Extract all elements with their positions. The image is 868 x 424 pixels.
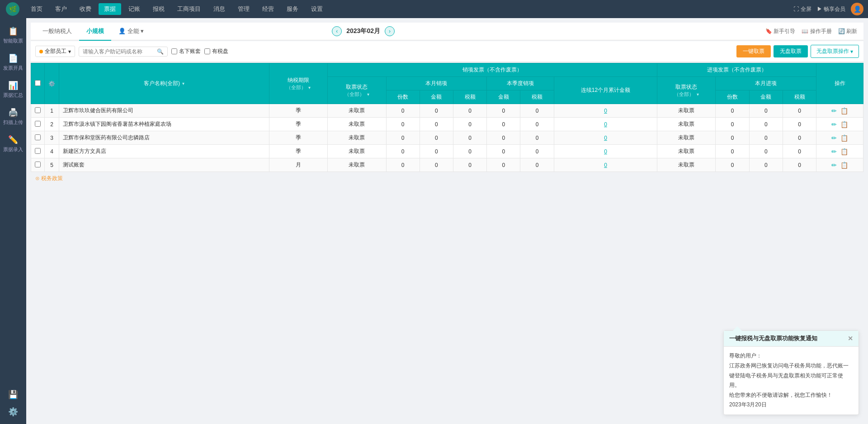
tax-policy-link[interactable]: ⊙ 税务政策 [35, 175, 63, 181]
one-click-ticket-btn[interactable]: 一键取票 [736, 45, 771, 57]
view-icon[interactable]: 📋 [840, 162, 848, 169]
notif-close-btn[interactable]: ✕ [848, 335, 853, 342]
next-month-btn[interactable]: › [385, 26, 395, 36]
nav-settings[interactable]: 设置 [306, 3, 328, 15]
row-checkbox-cell[interactable] [31, 158, 45, 172]
row-checkbox-cell[interactable] [31, 104, 45, 118]
nav-service[interactable]: 服务 [281, 3, 304, 15]
row-checkbox[interactable] [35, 121, 41, 127]
notif-deco [733, 326, 742, 331]
sidebar-label-issue-invoice: 发票开具 [3, 65, 23, 71]
tab-small-scale[interactable]: 小规模 [79, 23, 111, 41]
th-input-group: 进项发票（不含作废票） [657, 63, 816, 77]
notif-body: 尊敬的用户： 江苏政务网已恢复访问电子税务局功能，恶代账一键登陆电子税务局与无盘… [724, 347, 859, 414]
guide-link[interactable]: 🔖 新手引导 [765, 28, 795, 35]
svg-text:🌿: 🌿 [9, 5, 17, 13]
row-checkbox[interactable] [35, 148, 41, 154]
diskless-ops-btn[interactable]: 无盘取票操作 ▾ [811, 45, 859, 58]
row-actions: ✏ 📋 [816, 131, 863, 145]
row-num: 2 [45, 118, 59, 131]
diskless-ticket-btn[interactable]: 无盘取票 [774, 45, 808, 57]
row-cum12-amount: 0 [554, 158, 657, 172]
view-icon[interactable]: 📋 [840, 148, 848, 155]
month-display: 2023年02月 [346, 27, 380, 35]
table-row: 2 卫辉市汲水镇下园阁省香薯苗木种植家庭农场 季 未取票 0 0 0 0 0 0… [31, 118, 863, 131]
row-quarterly-sales-amount: 0 [487, 145, 520, 158]
sidebar-label-summary: 票据汇总 [3, 92, 23, 99]
nav-bookkeeping[interactable]: 记账 [123, 3, 146, 15]
sidebar-bottom-icon2[interactable]: ⚙️ [5, 404, 21, 419]
edit-icon[interactable]: ✏ [831, 107, 837, 114]
row-checkbox[interactable] [35, 107, 41, 113]
sidebar-item-smart-ticket[interactable]: 📋 智能取票 [1, 23, 25, 48]
row-checkbox[interactable] [35, 162, 41, 167]
row-checkbox-cell[interactable] [31, 145, 45, 158]
sidebar-bottom: 💾 ⚙️ [5, 387, 21, 419]
nav-tax[interactable]: 报税 [147, 3, 170, 15]
row-checkbox-cell[interactable] [31, 131, 45, 145]
sidebar-item-data-entry[interactable]: ✏️ 票据录入 [1, 131, 25, 157]
row-checkbox[interactable] [35, 134, 41, 140]
footer[interactable]: ⊙ 税务政策 [31, 172, 863, 185]
row-actions: ✏ 📋 [816, 118, 863, 131]
checkbox-label-taxdisk[interactable]: 有税盘 [204, 48, 228, 55]
search-icon[interactable]: 🔍 [157, 48, 164, 55]
sidebar-bottom-icon1[interactable]: 💾 [5, 387, 21, 402]
row-cum12-amount: 0 [554, 118, 657, 131]
table-row: 1 卫辉市玖玖健合医药有限公司 季 未取票 0 0 0 0 0 0 未取票 0 … [31, 104, 863, 118]
manual-link[interactable]: 📖 操作手册 [802, 28, 831, 35]
nav-ticket[interactable]: 票据 [99, 3, 121, 15]
user-avatar[interactable]: 👤 [851, 3, 863, 15]
issue-invoice-icon: 📄 [8, 53, 18, 63]
nav-business[interactable]: 工商项目 [172, 3, 206, 15]
row-quarterly-sales-tax: 0 [520, 145, 554, 158]
row-tax-period: 季 [269, 118, 328, 131]
nav-manage[interactable]: 管理 [232, 3, 255, 15]
row-monthly-sales-amount: 0 [420, 118, 453, 131]
row-monthly-input-count: 0 [716, 118, 749, 131]
toolbar: 全部员工 ▾ 🔍 名下账套 有税盘 一键取票 无盘取票 无盘取票操作 ▾ [31, 41, 863, 62]
row-checkbox-cell[interactable] [31, 118, 45, 131]
nav-message[interactable]: 消息 [208, 3, 231, 15]
checkbox-myaccounts[interactable] [171, 48, 177, 54]
tab-general-taxpayer[interactable]: 一般纳税人 [35, 23, 79, 41]
th-12month: 连续12个月累计金额 [554, 77, 657, 104]
refresh-link[interactable]: 🔄 刷新 [838, 28, 857, 35]
th-cancel-input: 取票状态（全部） ▾ [657, 77, 716, 104]
row-quarterly-sales-amount: 0 [487, 118, 520, 131]
view-icon[interactable]: 📋 [840, 121, 848, 128]
search-input[interactable] [83, 48, 155, 55]
checkbox-taxdisk[interactable] [204, 48, 210, 54]
fullscreen-btn[interactable]: ⛶ 全屏 [793, 5, 811, 13]
edit-icon[interactable]: ✏ [831, 148, 837, 155]
nav-client[interactable]: 客户 [50, 3, 72, 15]
sidebar-item-issue-invoice[interactable]: 📄 发票开具 [1, 50, 25, 75]
edit-icon[interactable]: ✏ [831, 162, 837, 169]
th-quarterly-sales-tax: 税额 [520, 91, 554, 104]
row-cancel-status-sales: 未取票 [328, 145, 386, 158]
member-btn[interactable]: ▶ 畅享会员 [817, 5, 845, 13]
tab-all[interactable]: 👤 全能 ▾ [111, 23, 151, 41]
th-monthly-sales-amount: 金额 [420, 91, 453, 104]
nav-home[interactable]: 首页 [25, 3, 48, 15]
nav-business2[interactable]: 经营 [257, 3, 279, 15]
app-logo: 🌿 [5, 1, 21, 17]
row-monthly-sales-amount: 0 [420, 104, 453, 118]
nav-fee[interactable]: 收费 [74, 3, 97, 15]
edit-icon[interactable]: ✏ [831, 134, 837, 142]
sidebar-item-summary[interactable]: 📊 票据汇总 [1, 77, 25, 102]
row-cum12-amount: 0 [554, 104, 657, 118]
row-actions: ✏ 📋 [816, 158, 863, 172]
row-cancel-status-input: 未取票 [657, 118, 716, 131]
table-row: 3 卫辉市保和堂医药有限公司忠辚路店 季 未取票 0 0 0 0 0 0 未取票… [31, 131, 863, 145]
select-all-checkbox[interactable] [35, 80, 41, 86]
employee-select[interactable]: 全部员工 ▾ [35, 46, 75, 57]
row-monthly-input-count: 0 [716, 145, 749, 158]
edit-icon[interactable]: ✏ [831, 121, 837, 128]
checkbox-label-myaccounts[interactable]: 名下账套 [171, 48, 201, 55]
view-icon[interactable]: 📋 [840, 107, 848, 114]
prev-month-btn[interactable]: ‹ [332, 26, 342, 36]
sidebar-item-scan-upload[interactable]: 🖨️ 扫描上传 [1, 104, 25, 129]
view-icon[interactable]: 📋 [840, 134, 848, 142]
row-actions: ✏ 📋 [816, 104, 863, 118]
